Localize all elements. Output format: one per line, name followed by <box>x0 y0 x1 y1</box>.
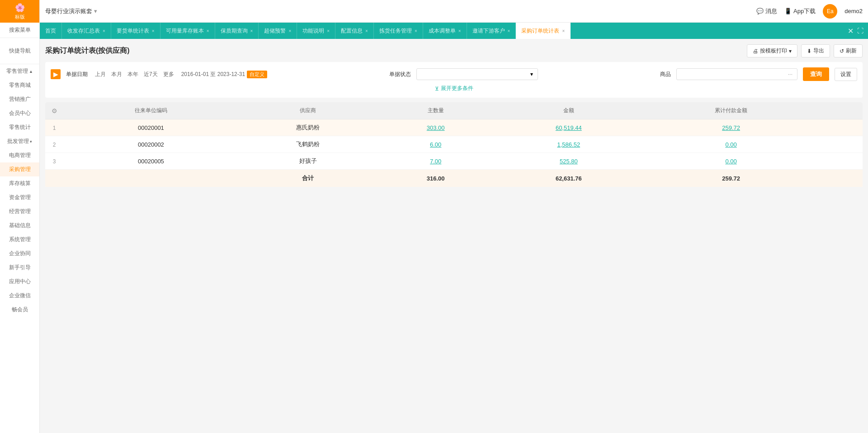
column-settings-icon[interactable]: ⚙ <box>52 107 57 114</box>
search-menu-item[interactable]: 搜索菜单 <box>0 23 39 38</box>
workspace-selector[interactable]: 母婴行业演示账套 ▾ <box>45 7 97 15</box>
tab-expiry-close[interactable]: × <box>250 29 253 33</box>
col-settings-header[interactable]: ⚙ <box>45 102 63 119</box>
status-filter-label: 单据状态 <box>389 71 411 78</box>
quick-nav-item[interactable]: 快捷导航 <box>0 41 39 61</box>
quick-nav-label: 快捷导航 <box>2 44 38 58</box>
cell-amount[interactable]: 525.80 <box>494 153 644 170</box>
tab-receipts[interactable]: 收发存汇总表 × <box>62 23 111 39</box>
filter-row-main: ▶ 单据日期 上月 本月 本年 近7天 更多 2016-01-01 至 2023… <box>51 67 857 81</box>
message-button[interactable]: 💬 消息 <box>756 7 777 15</box>
sidebar-item-new-guide[interactable]: 新手引导 <box>0 261 39 275</box>
sidebar-item-purchase-mgmt[interactable]: 采购管理 <box>0 162 39 176</box>
shortcut-7days[interactable]: 近7天 <box>142 70 160 79</box>
shortcut-this-year[interactable]: 本年 <box>126 70 140 79</box>
tab-overstock-close[interactable]: × <box>288 29 291 33</box>
tab-purchase-stats-close[interactable]: × <box>562 29 565 33</box>
sidebar-item-sys-mgmt[interactable]: 系统管理 <box>0 233 39 247</box>
expand-filter-label: 展开更多条件 <box>441 85 473 92</box>
tab-expiry-label: 保质期查询 <box>221 27 248 35</box>
tab-overstock[interactable]: 超储预警 × <box>259 23 297 39</box>
print-arrow-icon: ▾ <box>789 48 792 54</box>
app-center-label: 应用中心 <box>9 278 31 285</box>
tab-stock-ledger[interactable]: 可用量库存账本 × <box>160 23 215 39</box>
tab-order-stats-close[interactable]: × <box>152 29 155 33</box>
sidebar-item-stock-check[interactable]: 库存核算 <box>0 176 39 190</box>
shortcut-more[interactable]: 更多 <box>161 70 176 79</box>
sidebar-item-retail-mgmt[interactable]: 零售管理 ▲ <box>0 64 39 78</box>
sidebar-item-member-program[interactable]: 畅会员 <box>0 303 39 317</box>
tab-purchase-stats[interactable]: 采购订单统计表 × <box>516 23 571 39</box>
tab-home-label: 首页 <box>45 27 56 35</box>
sidebar-item-basic-info[interactable]: 基础信息 <box>0 219 39 233</box>
tab-func-desc-close[interactable]: × <box>327 29 330 33</box>
app-logo[interactable]: 🌸 标版 <box>0 0 39 23</box>
retail-stats-label: 零售统计 <box>9 124 31 131</box>
avatar[interactable]: Ea <box>823 4 837 19</box>
print-button[interactable]: 🖨 按模板打印 ▾ <box>747 44 797 57</box>
settings-button[interactable]: 设置 <box>835 68 857 81</box>
app-download-button[interactable]: 📱 App下载 <box>784 7 816 15</box>
tab-config[interactable]: 配置信息 × <box>335 23 374 39</box>
export-button[interactable]: ⬇ 导出 <box>801 44 830 57</box>
sidebar-item-wholesale-mgmt[interactable]: 批发管理 ▾ <box>0 134 39 148</box>
tab-config-close[interactable]: × <box>365 29 368 33</box>
goods-input[interactable]: ··· <box>676 68 797 80</box>
cell-extra <box>819 153 863 170</box>
filter-toggle-button[interactable]: ▶ <box>51 69 61 79</box>
export-label: 导出 <box>813 47 824 55</box>
col-supplier-header: 供应商 <box>239 102 377 119</box>
sidebar-item-enterprise-wechat[interactable]: 企业微信 <box>0 289 39 303</box>
cell-qty[interactable]: 7.00 <box>377 153 494 170</box>
tab-picking[interactable]: 拣货任务管理 × <box>374 23 423 39</box>
status-select[interactable]: ▾ <box>416 68 538 80</box>
cell-amount[interactable]: 1,586.52 <box>494 136 644 153</box>
new-guide-label: 新手引导 <box>9 264 31 271</box>
tab-order-stats[interactable]: 要货单统计表 × <box>111 23 160 39</box>
tab-cost-adj[interactable]: 成本调整单 × <box>423 23 467 39</box>
sidebar-item-retail-stats[interactable]: 零售统计 <box>0 120 39 134</box>
cell-code: 00020002 <box>63 136 239 153</box>
cell-paid[interactable]: 259.72 <box>643 119 819 136</box>
sidebar-item-finance-mgmt[interactable]: 资金管理 <box>0 190 39 205</box>
cell-extra <box>819 136 863 153</box>
cell-paid[interactable]: 0.00 <box>643 153 819 170</box>
date-filter-label: 单据日期 <box>66 71 88 78</box>
basic-info-label: 基础信息 <box>9 222 31 229</box>
cell-qty[interactable]: 6.00 <box>377 136 494 153</box>
cell-paid[interactable]: 0.00 <box>643 136 819 153</box>
sidebar-item-ecommerce-mgmt[interactable]: 电商管理 <box>0 148 39 162</box>
tab-home[interactable]: 首页 <box>40 23 62 39</box>
table-header-row: ⚙ 往来单位编码 供应商 主数量 金额 累计付款金额 <box>45 102 863 119</box>
tab-invite-close[interactable]: × <box>508 29 510 33</box>
shortcut-last-month[interactable]: 上月 <box>93 70 108 79</box>
tab-expiry[interactable]: 保质期查询 × <box>215 23 259 39</box>
fullscreen-button[interactable]: ⛶ <box>857 27 863 34</box>
sidebar-item-retail-shop[interactable]: 零售商城 <box>0 78 39 92</box>
username-label[interactable]: demo2 <box>844 8 863 14</box>
col-paid-header: 累计付款金额 <box>643 102 819 119</box>
shortcut-this-month[interactable]: 本月 <box>109 70 124 79</box>
sidebar-item-biz-mgmt[interactable]: 经营管理 <box>0 205 39 219</box>
sidebar-item-member-center[interactable]: 会员中心 <box>0 106 39 120</box>
cell-qty[interactable]: 303.00 <box>377 119 494 136</box>
tab-invite[interactable]: 邀请下游客户 × <box>467 23 516 39</box>
cell-amount[interactable]: 60,519.44 <box>494 119 644 136</box>
tab-func-desc[interactable]: 功能说明 × <box>297 23 335 39</box>
close-all-tabs-button[interactable]: ✕ <box>848 27 854 35</box>
tab-cost-adj-close[interactable]: × <box>458 29 461 33</box>
sidebar-item-enterprise-collab[interactable]: 企业协同 <box>0 247 39 261</box>
retail-shop-label: 零售商城 <box>9 81 31 89</box>
tab-picking-close[interactable]: × <box>415 29 417 33</box>
purchase-stats-table: ⚙ 往来单位编码 供应商 主数量 金额 累计付款金额 1 00020001 惠氏… <box>45 102 863 187</box>
tab-receipts-close[interactable]: × <box>103 29 105 33</box>
expand-filter-button[interactable]: ⊻ 展开更多条件 <box>51 85 857 92</box>
row-num: 3 <box>45 153 63 170</box>
sidebar-item-marketing[interactable]: 营销推广 <box>0 92 39 106</box>
query-button[interactable]: 查询 <box>803 67 829 81</box>
sidebar-item-app-center[interactable]: 应用中心 <box>0 275 39 289</box>
tab-stock-ledger-close[interactable]: × <box>207 29 209 33</box>
enterprise-collab-label: 企业协同 <box>9 250 31 257</box>
refresh-button[interactable]: ↺ 刷新 <box>834 44 863 57</box>
query-label: 查询 <box>810 71 822 77</box>
